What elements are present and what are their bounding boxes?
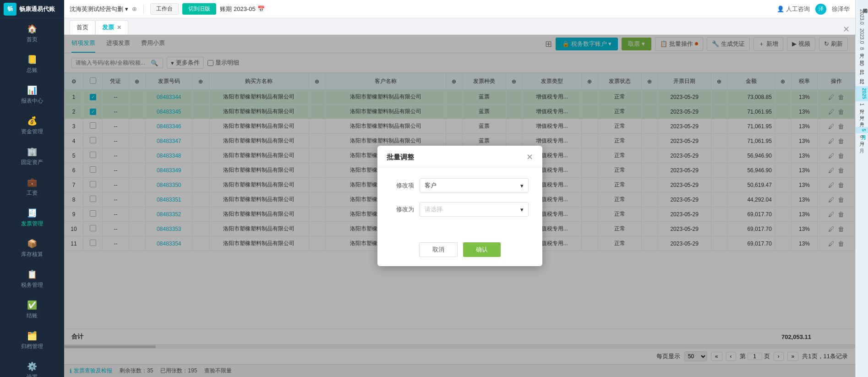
right-sidebar-dec[interactable]: 12月: [857, 77, 866, 86]
tab-home-label: 首页: [76, 23, 88, 32]
tab-home[interactable]: 首页: [70, 20, 95, 34]
modify-to-placeholder: 请选择: [425, 205, 442, 213]
sidebar-item-ledger-label: 总账: [27, 66, 38, 74]
modal-overlay: 批量调整 ✕ 修改项 客户 ▾ 修改为: [64, 35, 855, 377]
right-sidebar-year-2023b[interactable]: 2023.0: [858, 27, 866, 46]
sidebar-item-finance[interactable]: 💰 资金管理: [0, 110, 64, 141]
home-icon: 🏠: [27, 24, 37, 34]
sidebar-item-home[interactable]: 🏠 首页: [0, 18, 64, 49]
confirm-button[interactable]: 确认: [463, 242, 501, 257]
inventory-icon: 📦: [27, 239, 37, 249]
sidebar-item-invoice-label: 发票管理: [21, 220, 43, 228]
modal-close-button[interactable]: ✕: [526, 152, 533, 162]
modify-field-value: 客户: [425, 181, 437, 190]
topbar-divider: [143, 5, 144, 14]
period-label: 账期: [220, 5, 232, 13]
assets-icon: 🏢: [27, 147, 37, 157]
modify-field-label: 修改项: [391, 181, 414, 190]
company-dropdown-icon: ▾: [125, 5, 128, 12]
modal-body: 修改项 客户 ▾ 修改为 请选择 ▾: [377, 167, 542, 237]
right-sidebar: 期间选择 2023.0 2023.0 8月 9月 10月 11月 12月 202…: [855, 0, 868, 377]
sidebar-item-tax-label: 税务管理: [21, 281, 43, 289]
modify-to-row: 修改为 请选择 ▾: [391, 202, 529, 217]
tab-invoice-label: 发票: [102, 23, 114, 32]
user-name[interactable]: 徐泽华: [832, 5, 850, 13]
tax-icon: 📋: [27, 269, 37, 279]
modify-field-dropdown-icon: ▾: [520, 182, 524, 189]
content-area: 销项发票 进项发票 费用小票 ⊞ 🔒 税务数字账户 ▾ 取票 ▾: [64, 35, 855, 377]
ledger-icon: 📒: [27, 55, 37, 65]
sidebar-item-inventory-label: 库存核算: [21, 251, 43, 258]
sidebar-item-archive-label: 归档管理: [21, 343, 43, 350]
payroll-icon: 💼: [27, 177, 37, 187]
sidebar-item-payroll[interactable]: 💼 工资: [0, 172, 64, 202]
batch-adjust-modal: 批量调整 ✕ 修改项 客户 ▾ 修改为: [377, 146, 542, 266]
finance-icon: 💰: [27, 116, 37, 126]
sidebar-item-close[interactable]: ✅ 结账: [0, 295, 64, 325]
sidebar-item-invoice[interactable]: 🧾 发票管理: [0, 202, 64, 233]
topbar: 沈海英测试经营勾删 ▾ ⊕ 工作台 切到旧版 账期 2023-05 📅 👤 人工…: [64, 0, 855, 18]
sidebar-item-inventory[interactable]: 📦 库存核算: [0, 233, 64, 264]
right-sidebar-2025[interactable]: 2025: [856, 86, 868, 101]
app-logo: 畅 畅康通易代账: [0, 0, 64, 18]
close-window-button[interactable]: ✕: [843, 24, 850, 34]
logo-text: 畅康通易代账: [19, 5, 55, 13]
cancel-button[interactable]: 取消: [419, 242, 458, 257]
modal-footer: 取消 确认: [377, 237, 542, 266]
right-sidebar-jul[interactable]: 7月: [857, 140, 866, 147]
company-action-icon[interactable]: ⊕: [132, 5, 137, 12]
switch-period-button[interactable]: 切到旧版: [182, 3, 216, 15]
modify-to-dropdown-icon: ▾: [520, 206, 524, 213]
modal-header: 批量调整 ✕: [377, 146, 542, 167]
sidebar-item-home-label: 首页: [27, 36, 38, 44]
settings-icon: ⚙️: [27, 361, 37, 372]
right-sidebar-aug[interactable]: 8月: [857, 45, 866, 52]
modify-field-row: 修改项 客户 ▾: [391, 178, 529, 193]
right-sidebar-sep[interactable]: 9月: [857, 52, 866, 58]
main-area: 沈海英测试经营勾删 ▾ ⊕ 工作台 切到旧版 账期 2023-05 📅 👤 人工…: [64, 0, 855, 377]
modal-title: 批量调整: [387, 153, 414, 162]
company-name: 沈海英测试经营勾删: [70, 5, 123, 13]
right-sidebar-year-2023[interactable]: 2023.0: [858, 7, 866, 27]
sidebar-item-close-label: 结账: [27, 312, 38, 320]
right-sidebar-mar[interactable]: 3月: [857, 114, 866, 120]
support-icon: 👤: [777, 5, 784, 12]
sidebar: 畅 畅康通易代账 🏠 首页 📒 总账 📊 报表中心 💰 资金管理 🏢 固: [0, 0, 64, 377]
invoice-icon: 🧾: [27, 208, 37, 218]
sidebar-item-archive[interactable]: 🗂️ 归档管理: [0, 325, 64, 356]
sidebar-item-tax[interactable]: 📋 税务管理: [0, 264, 64, 295]
modify-to-select[interactable]: 请选择 ▾: [420, 202, 529, 217]
company-selector[interactable]: 沈海英测试经营勾删 ▾: [70, 5, 128, 13]
workspace-button[interactable]: 工作台: [150, 3, 179, 15]
logo-icon: 畅: [4, 3, 16, 16]
modify-field-select[interactable]: 客户 ▾: [420, 178, 529, 193]
right-sidebar-apr[interactable]: 4月: [857, 120, 866, 127]
period-display: 账期 2023-05 📅: [220, 5, 265, 13]
right-sidebar-jan[interactable]: 1月: [857, 101, 866, 108]
modify-to-label: 修改为: [391, 205, 414, 213]
right-sidebar-jun[interactable]: 6月: [857, 133, 866, 140]
calendar-icon[interactable]: 📅: [257, 5, 265, 12]
close-period-icon: ✅: [27, 300, 37, 310]
sidebar-item-ledger[interactable]: 📒 总账: [0, 49, 64, 80]
right-sidebar-may[interactable]: 5月: [856, 127, 868, 133]
reports-icon: 📊: [27, 85, 37, 95]
topbar-right: 👤 人工咨询 泽 徐泽华: [777, 4, 850, 15]
tab-invoice[interactable]: 发票 ✕: [95, 20, 128, 34]
sidebar-item-assets[interactable]: 🏢 固定资产: [0, 141, 64, 172]
sidebar-item-finance-label: 资金管理: [21, 128, 43, 136]
support-button[interactable]: 👤 人工咨询: [777, 5, 810, 13]
sidebar-item-payroll-label: 工资: [27, 189, 38, 197]
tabbar: 首页 发票 ✕ ✕: [64, 18, 855, 35]
right-sidebar-nov[interactable]: 11月: [857, 68, 866, 77]
right-sidebar-feb[interactable]: 2月: [857, 108, 866, 114]
tab-invoice-close-icon[interactable]: ✕: [117, 24, 121, 31]
right-sidebar-oct[interactable]: 10月: [857, 59, 866, 68]
sidebar-nav: 🏠 首页 📒 总账 📊 报表中心 💰 资金管理 🏢 固定资产 💼 工资: [0, 18, 64, 377]
period-value: 2023-05: [234, 5, 256, 12]
sidebar-item-assets-label: 固定资产: [21, 158, 43, 166]
right-sidebar-title: 期间选择: [856, 2, 868, 7]
sidebar-item-settings[interactable]: ⚙️ 设置: [0, 356, 64, 377]
user-avatar[interactable]: 泽: [815, 4, 826, 15]
sidebar-item-reports[interactable]: 📊 报表中心: [0, 80, 64, 110]
